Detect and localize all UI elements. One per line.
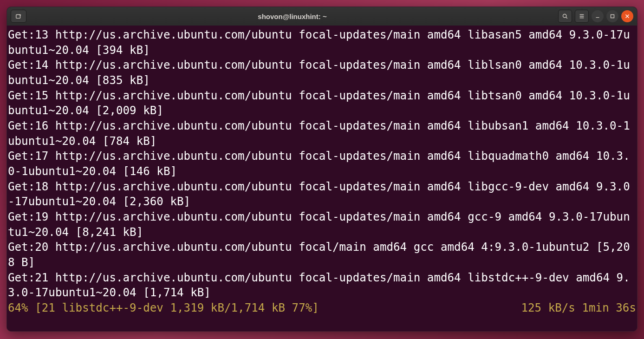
minimize-button[interactable] bbox=[592, 10, 604, 22]
svg-point-1 bbox=[563, 14, 566, 17]
progress-right: 125 kB/s 1min 36s bbox=[521, 300, 636, 316]
minimize-icon bbox=[594, 13, 601, 20]
terminal-window: shovon@linuxhint: ~ Get:13 http://us.arc… bbox=[7, 7, 637, 332]
maximize-icon bbox=[609, 13, 616, 20]
search-icon bbox=[562, 13, 568, 20]
apt-output-lines: Get:13 http://us.archive.ubuntu.com/ubun… bbox=[8, 28, 630, 299]
hamburger-menu-button[interactable] bbox=[575, 10, 589, 23]
window-title: shovon@linuxhint: ~ bbox=[26, 13, 558, 20]
titlebar[interactable]: shovon@linuxhint: ~ bbox=[7, 7, 637, 26]
close-icon bbox=[624, 13, 631, 20]
hamburger-icon bbox=[579, 13, 585, 20]
search-button[interactable] bbox=[558, 10, 572, 23]
new-tab-button[interactable] bbox=[11, 10, 26, 23]
maximize-button[interactable] bbox=[606, 10, 618, 22]
new-tab-icon bbox=[15, 13, 22, 20]
svg-rect-2 bbox=[611, 15, 614, 18]
progress-left: 64% [21 libstdc++-9-dev 1,319 kB/1,714 k… bbox=[8, 301, 319, 314]
close-button[interactable] bbox=[621, 10, 633, 22]
terminal-output[interactable]: Get:13 http://us.archive.ubuntu.com/ubun… bbox=[7, 26, 637, 331]
